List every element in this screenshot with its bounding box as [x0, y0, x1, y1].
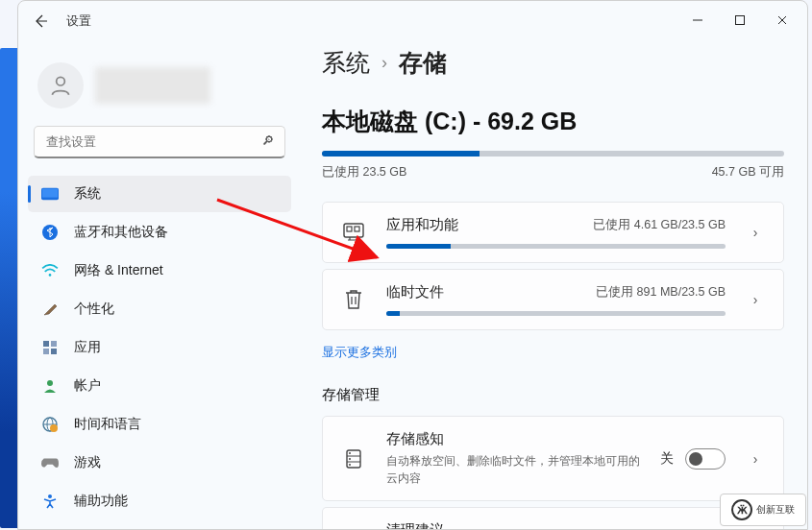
svg-rect-0: [736, 15, 745, 24]
window-titlebar: 设置: [18, 1, 807, 41]
wifi-icon: [41, 262, 59, 279]
system-icon: [41, 185, 59, 203]
back-arrow-icon: [33, 13, 48, 29]
watermark-logo-icon: ӝ: [731, 499, 752, 520]
sidebar-item-label: 时间和语言: [74, 416, 141, 433]
category-apps-card[interactable]: 应用和功能 已使用 4.61 GB/23.5 GB ›: [322, 202, 784, 263]
category-bar: [386, 244, 726, 249]
category-title: 应用和功能: [386, 216, 458, 234]
category-bar: [386, 311, 726, 316]
trash-icon: [340, 286, 367, 313]
chevron-right-icon: ›: [745, 451, 766, 467]
breadcrumb-storage: 存储: [399, 47, 447, 79]
svg-point-14: [48, 494, 52, 498]
storage-sense-title: 存储感知: [386, 430, 641, 448]
cleanup-recommend-card[interactable]: 清理建议 存储已优化，无需执行任何操作: [322, 507, 784, 529]
sidebar-item-label: 个性化: [74, 301, 114, 318]
storage-sense-subtitle: 自动释放空间、删除临时文件，并管理本地可用的云内容: [386, 452, 641, 487]
watermark: ӝ 创新互联: [720, 494, 806, 526]
accessibility-icon: [41, 493, 59, 510]
breadcrumb: 系统 › 存储: [322, 47, 784, 79]
window-close-button[interactable]: [773, 14, 792, 29]
svg-point-21: [349, 464, 351, 466]
disk-usage-bar: [322, 151, 784, 157]
sidebar-item-label: 游戏: [74, 454, 101, 471]
svg-rect-17: [355, 227, 359, 231]
sidebar-item-label: 辅助功能: [74, 493, 128, 510]
apps-grid-icon: [41, 339, 59, 356]
window-maximize-button[interactable]: [730, 14, 750, 29]
svg-rect-6: [43, 341, 49, 347]
svg-point-1: [57, 77, 65, 85]
category-temp-card[interactable]: 临时文件 已使用 891 MB/23.5 GB ›: [322, 269, 784, 330]
svg-rect-3: [42, 189, 58, 198]
app-title: 设置: [66, 13, 91, 30]
svg-point-19: [349, 452, 351, 454]
svg-rect-16: [347, 227, 352, 231]
sidebar-item-network[interactable]: 网络 & Internet: [28, 253, 291, 289]
category-title: 临时文件: [386, 283, 444, 301]
category-usage: 已使用 891 MB/23.5 GB: [596, 284, 726, 301]
breadcrumb-system[interactable]: 系统: [322, 47, 370, 79]
profile-name-blurred: [95, 67, 210, 104]
svg-rect-9: [51, 349, 57, 354]
svg-point-20: [349, 458, 351, 460]
svg-point-10: [47, 380, 53, 386]
sidebar-item-personalize[interactable]: 个性化: [28, 291, 291, 327]
sidebar-item-apps[interactable]: 应用: [28, 329, 291, 366]
paintbrush-icon: [41, 301, 59, 318]
storage-sense-icon: [340, 446, 367, 472]
sidebar-item-label: 应用: [74, 339, 101, 356]
search-input[interactable]: [34, 126, 285, 158]
svg-rect-7: [51, 341, 57, 347]
search-icon: 🔍︎: [261, 133, 274, 148]
sidebar-item-label: 帐户: [74, 377, 101, 395]
globe-clock-icon: [41, 416, 59, 433]
sidebar-item-bluetooth[interactable]: 蓝牙和其他设备: [28, 214, 291, 251]
disk-title: 本地磁盘 (C:) - 69.2 GB: [322, 106, 784, 137]
sidebar: 🔍︎ 系统 蓝牙和其他设备 网络 & Internet 个性化: [18, 41, 305, 529]
sidebar-item-label: 蓝牙和其他设备: [74, 224, 168, 241]
sidebar-item-system[interactable]: 系统: [28, 176, 291, 212]
svg-point-13: [50, 424, 58, 432]
person-icon: [48, 73, 73, 98]
sidebar-item-gaming[interactable]: 游戏: [28, 445, 291, 481]
window-minimize-button[interactable]: [688, 14, 707, 29]
chevron-right-icon: ›: [381, 53, 387, 73]
sidebar-item-label: 网络 & Internet: [74, 262, 163, 279]
category-bar-fill: [386, 244, 451, 249]
show-more-categories-link[interactable]: 显示更多类别: [322, 344, 397, 361]
avatar: [37, 62, 84, 108]
storage-sense-toggle[interactable]: [685, 448, 726, 470]
disk-used-label: 已使用 23.5 GB: [322, 164, 406, 181]
svg-rect-8: [43, 349, 49, 354]
svg-point-5: [49, 274, 52, 277]
main-content: 系统 › 存储 本地磁盘 (C:) - 69.2 GB 已使用 23.5 GB …: [305, 41, 807, 529]
apps-category-icon: [340, 219, 367, 246]
storage-sense-card[interactable]: 存储感知 自动释放空间、删除临时文件，并管理本地可用的云内容 关 ›: [322, 416, 784, 501]
sidebar-item-time[interactable]: 时间和语言: [28, 406, 291, 443]
category-usage: 已使用 4.61 GB/23.5 GB: [593, 217, 726, 233]
sidebar-item-label: 系统: [74, 185, 101, 203]
bluetooth-icon: [41, 224, 59, 241]
sidebar-item-accounts[interactable]: 帐户: [28, 368, 291, 404]
cleanup-title: 清理建议: [386, 521, 766, 529]
chevron-right-icon: ›: [745, 225, 766, 240]
disk-usage-fill: [322, 151, 480, 157]
watermark-text: 创新互联: [756, 503, 795, 517]
category-bar-fill: [386, 311, 400, 316]
back-button[interactable]: [32, 12, 49, 30]
broom-icon: [340, 528, 367, 530]
account-icon: [41, 377, 59, 395]
toggle-state-label: 关: [660, 450, 674, 468]
settings-window: 设置 🔍︎: [17, 0, 808, 530]
chevron-right-icon: ›: [745, 292, 766, 307]
profile-row[interactable]: [28, 59, 291, 126]
disk-free-label: 45.7 GB 可用: [712, 164, 784, 181]
gamepad-icon: [41, 454, 59, 471]
sidebar-item-accessibility[interactable]: 辅助功能: [28, 483, 291, 519]
storage-management-heading: 存储管理: [322, 386, 784, 404]
sidebar-nav: 系统 蓝牙和其他设备 网络 & Internet 个性化 应用: [28, 176, 291, 519]
